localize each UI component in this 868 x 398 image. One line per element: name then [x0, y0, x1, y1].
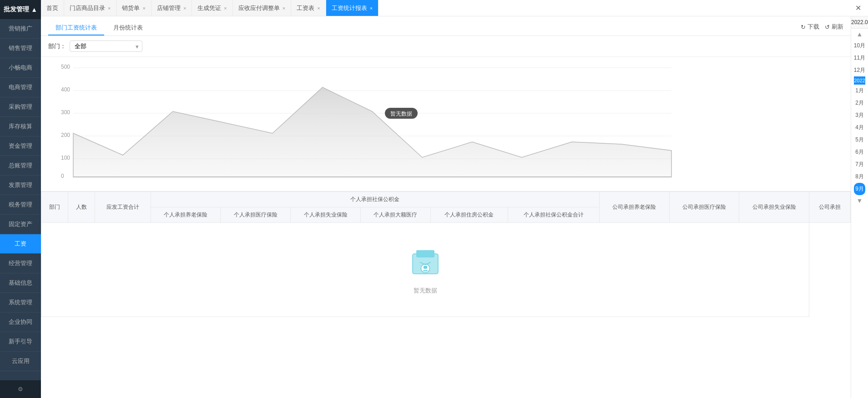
- col-personal-medical: 个人承担医疗保险: [221, 207, 291, 223]
- tab-应收应付调整单[interactable]: 应收应付调整单×: [233, 0, 291, 16]
- sidebar-item-企业协同[interactable]: 企业协同: [0, 312, 41, 332]
- col-company-unemployment: 公司承担失业保险: [739, 192, 809, 223]
- refresh-icon: ↺: [825, 24, 830, 30]
- tab-首页[interactable]: 首页: [41, 0, 64, 16]
- empty-text: 暂无数据: [414, 287, 437, 295]
- sidebar-item-总账管理[interactable]: 总账管理: [0, 156, 41, 176]
- month-item-8月[interactable]: 8月: [854, 171, 865, 183]
- sidebar-footer-settings[interactable]: ⚙: [0, 380, 41, 398]
- tab-bar: 首页门店商品目录×销货单×店铺管理×生成凭证×应收应付调整单×工资表×工资统计报…: [41, 0, 868, 16]
- month-item-2月[interactable]: 2月: [854, 97, 865, 109]
- col-personal-housing: 个人承担住房公积金: [430, 207, 508, 223]
- line-chart: 500 400 300 200 100 0: [48, 64, 676, 182]
- month-item-4月[interactable]: 4月: [854, 121, 865, 134]
- month-item-3月[interactable]: 3月: [854, 109, 865, 121]
- col-personal-insurance-group: 个人承担社保公积金: [151, 192, 599, 207]
- close-all-button[interactable]: ✕: [852, 2, 864, 15]
- sidebar: 批发管理 ▲ 营销推广销售管理小畅电商电商管理采购管理库存核算资金管理总账管理发…: [0, 0, 41, 398]
- tab-close-工资统计报表[interactable]: ×: [370, 5, 373, 11]
- sidebar-item-营销推广[interactable]: 营销推广: [0, 19, 41, 39]
- tab-生成凭证[interactable]: 生成凭证×: [192, 0, 232, 16]
- svg-text:100: 100: [61, 155, 70, 161]
- sidebar-item-固定资产[interactable]: 固定资产: [0, 215, 41, 234]
- filter-bar: 部门： 全部: [41, 36, 851, 57]
- content-area: 部门工资统计表月份统计表 ↻ 下载 ↺ 刷新 部门： 全: [41, 16, 868, 398]
- sidebar-item-新手引导[interactable]: 新手引导: [0, 332, 41, 352]
- sidebar-item-资金管理[interactable]: 资金管理: [0, 136, 41, 156]
- month-item-9月[interactable]: 9月: [854, 183, 865, 195]
- col-personal-bigmed: 个人承担大额医疗: [361, 207, 431, 223]
- toolbar-actions: ↻ 下载 ↺ 刷新: [801, 23, 843, 34]
- month-item-5月[interactable]: 5月: [854, 134, 865, 146]
- sidebar-item-小畅电商[interactable]: 小畅电商: [0, 58, 41, 78]
- month-item-7月[interactable]: 7月: [854, 158, 865, 171]
- col-personal-total: 个人承担社保公积金合计: [508, 207, 599, 223]
- department-select[interactable]: 全部: [70, 40, 142, 52]
- tab-close-工资表[interactable]: ×: [317, 5, 320, 11]
- svg-text:400: 400: [61, 86, 70, 93]
- sub-tab-月份统计表[interactable]: 月份统计表: [106, 21, 150, 35]
- right-panel: 2022.09 ▲ 10月11月12月20221月2月3月4月5月6月7月8月9…: [851, 16, 868, 398]
- col-headcount: 人数: [68, 192, 95, 223]
- refresh-label: 刷新: [832, 23, 843, 31]
- col-personal-unemployment: 个人承担失业保险: [291, 207, 361, 223]
- svg-text:200: 200: [61, 132, 70, 138]
- sidebar-item-销售管理[interactable]: 销售管理: [0, 39, 41, 58]
- sub-tab-bar: 部门工资统计表月份统计表 ↻ 下载 ↺ 刷新: [41, 16, 851, 36]
- sidebar-header[interactable]: 批发管理 ▲: [0, 0, 41, 19]
- svg-text:300: 300: [61, 109, 70, 116]
- svg-marker-12: [73, 87, 671, 177]
- sub-tabs: 部门工资统计表月份统计表: [48, 21, 150, 35]
- year-label[interactable]: 2022.09: [851, 16, 868, 29]
- svg-text:500: 500: [61, 64, 70, 70]
- month-item-6月[interactable]: 6月: [854, 146, 865, 158]
- filter-label: 部门：: [48, 42, 66, 50]
- empty-row: 暂无数据: [41, 223, 809, 317]
- tab-close-门店商品目录[interactable]: ×: [108, 5, 111, 11]
- sidebar-item-电商管理[interactable]: 电商管理: [0, 78, 41, 97]
- settings-icon: ⚙: [18, 386, 23, 393]
- svg-text:暂无数据: 暂无数据: [390, 111, 412, 117]
- month-item-11月[interactable]: 11月: [854, 52, 865, 64]
- chevron-up-icon: ▲: [31, 6, 37, 13]
- refresh-button[interactable]: ↺ 刷新: [825, 23, 843, 31]
- tab-工资表[interactable]: 工资表×: [291, 0, 326, 16]
- table-area: 部门 人数 应发工资合计 个人承担社保公积金 公司承担养老保险 公司承担医疗保险…: [41, 191, 851, 398]
- sub-tab-部门工资统计表[interactable]: 部门工资统计表: [48, 21, 104, 35]
- tab-close-生成凭证[interactable]: ×: [224, 5, 227, 11]
- sidebar-item-基础信息[interactable]: 基础信息: [0, 273, 41, 293]
- sidebar-item-系统管理[interactable]: 系统管理: [0, 293, 41, 312]
- tab-工资统计报表[interactable]: 工资统计报表×: [326, 0, 378, 16]
- chart-area: 500 400 300 200 100 0: [41, 57, 851, 191]
- empty-state: 暂无数据: [46, 227, 804, 313]
- svg-rect-16: [416, 250, 434, 257]
- year-marker-2022: 2022: [854, 76, 865, 85]
- svg-rect-18: [424, 266, 427, 268]
- month-item-10月[interactable]: 10月: [854, 40, 865, 52]
- scroll-up-arrow[interactable]: ▲: [851, 29, 868, 40]
- month-item-12月[interactable]: 12月: [854, 64, 865, 76]
- tab-店铺管理[interactable]: 店铺管理×: [151, 0, 192, 16]
- sidebar-item-采购管理[interactable]: 采购管理: [0, 97, 41, 117]
- download-label: 下载: [807, 23, 819, 31]
- scroll-down-arrow[interactable]: ▼: [851, 195, 868, 206]
- sidebar-item-库存核算[interactable]: 库存核算: [0, 117, 41, 136]
- tab-bar-actions: ✕: [852, 2, 868, 15]
- sidebar-item-税务管理[interactable]: 税务管理: [0, 195, 41, 215]
- tab-门店商品目录[interactable]: 门店商品目录×: [64, 0, 116, 16]
- download-button[interactable]: ↻ 下载: [801, 23, 819, 31]
- sidebar-item-发票管理[interactable]: 发票管理: [0, 176, 41, 195]
- tab-close-店铺管理[interactable]: ×: [183, 5, 186, 11]
- tab-close-销货单[interactable]: ×: [142, 5, 145, 11]
- sidebar-item-经营管理[interactable]: 经营管理: [0, 254, 41, 273]
- col-personal-pension: 个人承担养老保险: [151, 207, 221, 223]
- tab-销货单[interactable]: 销货单×: [116, 0, 151, 16]
- col-department: 部门: [41, 192, 68, 223]
- sidebar-item-工资[interactable]: 工资: [0, 234, 41, 254]
- download-icon: ↻: [801, 24, 806, 30]
- col-company-medical: 公司承担医疗保险: [669, 192, 739, 223]
- tab-close-应收应付调整单[interactable]: ×: [283, 5, 285, 11]
- sidebar-item-云应用[interactable]: 云应用: [0, 352, 41, 371]
- col-company-pension: 公司承担养老保险: [599, 192, 669, 223]
- month-item-1月[interactable]: 1月: [854, 85, 865, 97]
